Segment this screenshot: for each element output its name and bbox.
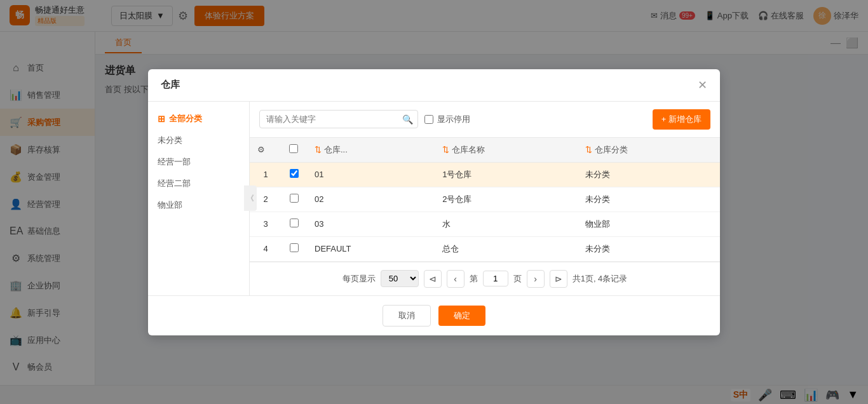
modal-overlay: 仓库 ✕ ⊞ 全部分类 未分类经营一部经营二部物业部 《 🔍 [0,0,868,404]
prev-page-button[interactable]: ‹ [447,270,465,288]
search-input-wrap: 🔍 [259,110,418,128]
total-info: 共1页, 4条记录 [573,273,628,285]
col-checkbox [281,138,307,163]
table-wrap: ⚙ ⇅ 仓库... [250,138,720,262]
select-all-checkbox[interactable] [289,144,298,153]
category-item-3[interactable]: 物业部 [148,194,249,216]
row-checkbox-2[interactable] [290,219,299,227]
warehouse-table: ⚙ ⇅ 仓库... [250,138,720,262]
row-cb-3 [281,236,307,261]
category-items: 未分类经营一部经营二部物业部 [148,130,249,216]
table-row[interactable]: 3 03 水 物业部 [250,212,720,236]
col-code: ⇅ 仓库... [307,138,435,163]
next-page-button[interactable]: › [527,270,545,288]
category-all-label: 全部分类 [169,113,202,125]
dialog-footer: 取消 确定 [148,295,720,335]
category-panel: ⊞ 全部分类 未分类经营一部经营二部物业部 《 [148,102,250,295]
col-category: ⇅ 仓库分类 [578,138,720,163]
row-code-0: 01 [307,162,435,187]
row-category-1: 未分类 [578,187,720,212]
row-index-3: 4 [250,236,281,261]
add-warehouse-button[interactable]: + 新增仓库 [653,109,710,130]
per-page-label: 每页显示 [342,273,376,285]
content-panel: 🔍 显示停用 + 新增仓库 ⚙ [250,102,720,295]
category-item-2[interactable]: 经营二部 [148,173,249,194]
row-cb-0 [281,162,307,187]
col-name: ⇅ 仓库名称 [435,138,577,163]
row-cb-1 [281,187,307,212]
sort-cat-icon: ⇅ [585,145,592,154]
category-all-header[interactable]: ⊞ 全部分类 [148,108,249,130]
show-disabled-checkbox[interactable] [424,115,433,124]
sort-name-icon: ⇅ [442,145,449,154]
category-item-0[interactable]: 未分类 [148,130,249,151]
settings-icon[interactable]: ⚙ [257,145,265,154]
dialog-body: ⊞ 全部分类 未分类经营一部经营二部物业部 《 🔍 显示停用 [148,102,720,295]
page-suffix-label: 页 [513,273,522,285]
row-name-0: 1号仓库 [435,162,577,187]
row-name-1: 2号仓库 [435,187,577,212]
last-page-button[interactable]: ⊳ [550,270,567,288]
search-bar: 🔍 显示停用 + 新增仓库 [250,102,720,138]
row-cb-2 [281,212,307,236]
page-number-input[interactable] [483,271,508,286]
per-page-select[interactable]: 50 20 100 [381,270,419,287]
confirm-button[interactable]: 确定 [438,306,485,326]
row-code-2: 03 [307,212,435,236]
table-body: 1 01 1号仓库 未分类 2 02 2号仓库 未分类 3 03 水 物业部 4… [250,162,720,261]
category-item-1[interactable]: 经营一部 [148,151,249,173]
table-header-row: ⚙ ⇅ 仓库... [250,138,720,163]
first-page-button[interactable]: ⊲ [424,270,442,288]
close-icon[interactable]: ✕ [698,78,707,92]
cancel-button[interactable]: 取消 [383,305,431,327]
dialog-title: 仓库 [161,79,180,91]
row-code-3: DEFAULT [307,236,435,261]
table-row[interactable]: 4 DEFAULT 总仓 未分类 [250,236,720,261]
row-checkbox-0[interactable] [290,169,299,178]
table-row[interactable]: 1 01 1号仓库 未分类 [250,162,720,187]
pagination: 每页显示 50 20 100 ⊲ ‹ 第 页 › ⊳ 共1页, 4条记录 [250,262,720,295]
warehouse-dialog: 仓库 ✕ ⊞ 全部分类 未分类经营一部经营二部物业部 《 🔍 [148,69,720,335]
row-checkbox-3[interactable] [290,243,299,252]
show-disabled-label: 显示停用 [437,114,470,125]
grid-icon: ⊞ [158,114,165,124]
sort-icon: ⇅ [315,145,322,154]
search-input[interactable] [259,110,418,128]
show-disabled-wrap: 显示停用 [424,114,470,125]
col-settings: ⚙ [250,138,281,163]
row-code-1: 02 [307,187,435,212]
dialog-header: 仓库 ✕ [148,69,720,102]
row-checkbox-1[interactable] [290,194,299,203]
row-category-0: 未分类 [578,162,720,187]
collapse-button[interactable]: 《 [244,185,257,211]
row-index-0: 1 [250,162,281,187]
row-category-2: 物业部 [578,212,720,236]
page-prefix-label: 第 [470,273,478,285]
table-row[interactable]: 2 02 2号仓库 未分类 [250,187,720,212]
search-icon[interactable]: 🔍 [402,114,413,125]
row-index-2: 3 [250,212,281,236]
row-category-3: 未分类 [578,236,720,261]
row-name-2: 水 [435,212,577,236]
row-name-3: 总仓 [435,236,577,261]
